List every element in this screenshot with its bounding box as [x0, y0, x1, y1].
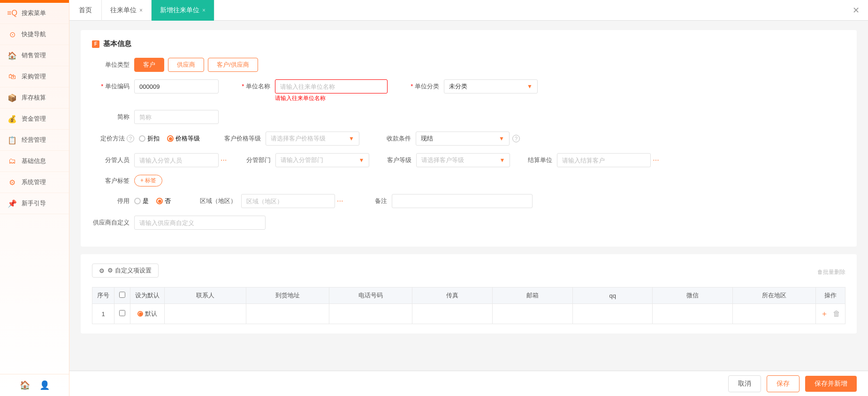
sidebar-item-guide[interactable]: 📌 新手引导	[0, 193, 69, 214]
unit-type-customer-btn[interactable]: 客户	[134, 58, 164, 72]
manager-input[interactable]	[134, 153, 219, 167]
sidebar-item-system[interactable]: ⚙ 系统管理	[0, 172, 69, 193]
section-title: F 基本信息	[92, 39, 845, 48]
row-checkbox[interactable]	[119, 310, 125, 316]
home-bottom-icon[interactable]: 🏠	[20, 380, 30, 390]
radio-discount-circle	[139, 135, 145, 142]
tab-new-partner[interactable]: 新增往来单位 ×	[152, 0, 214, 21]
row-qq-cell	[573, 304, 653, 324]
row-qq-input[interactable]	[578, 307, 647, 321]
manager-more-btn[interactable]: ···	[219, 156, 228, 164]
short-name-input[interactable]	[134, 110, 219, 124]
payment-terms-help-icon[interactable]: ?	[512, 135, 520, 142]
row-default-radio[interactable]: 默认	[135, 310, 160, 318]
customer-tag-label: 客户标签	[92, 177, 134, 185]
department-select[interactable]: 请输入分管部门 ▼	[275, 153, 369, 167]
tab-partners-close[interactable]: ×	[139, 7, 143, 14]
settlement-unit-input[interactable]	[557, 153, 651, 167]
row-contact-cell	[165, 304, 246, 324]
disabled-label: 停用	[92, 197, 134, 205]
radio-discount[interactable]: 折扣	[139, 134, 160, 143]
tab-partners[interactable]: 往来单位 ×	[102, 0, 152, 21]
region-label: 区域（地区）	[190, 197, 241, 205]
code-name-category-row: 单位编码 单位名称 请输入往来单位名称 单位分类	[92, 79, 845, 102]
unit-category-select[interactable]: 未分类 ▼	[444, 79, 538, 93]
main-area: 首页 往来单位 × 新增往来单位 × ✕ F 基本信息 单位类型 客户 供应商	[69, 0, 868, 396]
unit-type-supplier-btn[interactable]: 供应商	[168, 58, 204, 72]
radio-price-level-circle	[167, 135, 174, 142]
radio-disabled-yes[interactable]: 是	[134, 197, 149, 205]
customer-level-label: 客户等级	[379, 156, 416, 164]
tab-bar-close-button[interactable]: ✕	[844, 5, 868, 16]
row-address-input[interactable]	[251, 307, 324, 321]
payment-terms-select[interactable]: 现结 ▼	[416, 132, 510, 146]
row-region-input[interactable]	[738, 307, 811, 321]
row-wechat-input[interactable]	[657, 307, 728, 321]
custom-settings-button[interactable]: ⚙ ⚙ 自定义项设置	[92, 264, 159, 278]
row-contact-input[interactable]	[169, 307, 241, 321]
guide-icon: 📌	[8, 199, 17, 208]
settlement-unit-label: 结算单位	[519, 156, 557, 164]
cancel-button[interactable]: 取消	[728, 375, 761, 392]
batch-delete-icon: 🗑	[817, 269, 823, 275]
customer-level-select[interactable]: 请选择客户等级 ▼	[416, 153, 510, 167]
section-title-text: 基本信息	[103, 39, 131, 48]
batch-delete-button[interactable]: 🗑 批量删除	[817, 268, 845, 276]
remark-input[interactable]	[392, 194, 533, 208]
save-new-button[interactable]: 保存并新增	[805, 376, 857, 392]
add-tag-button[interactable]: + 标签	[134, 175, 162, 186]
contacts-table: 序号 设为默认 联系人 到货地址 电话号码 传真 邮箱 qq 微信 所在地区 操…	[92, 287, 845, 324]
remark-label: 备注	[364, 197, 392, 205]
customer-level-placeholder: 请选择客户等级	[421, 156, 464, 164]
select-all-checkbox[interactable]	[119, 292, 125, 298]
disabled-region-row: 停用 是 否 区域（地区）	[92, 194, 845, 208]
row-add-icon[interactable]: ＋	[821, 310, 828, 318]
sidebar-item-basicinfo[interactable]: 🗂 基础信息	[0, 151, 69, 172]
unit-type-both-btn[interactable]: 客户/供应商	[208, 58, 258, 72]
supplier-custom-input[interactable]	[134, 216, 266, 230]
unit-name-input[interactable]	[275, 79, 388, 93]
table-header: 序号 设为默认 联系人 到货地址 电话号码 传真 邮箱 qq 微信 所在地区 操…	[92, 287, 845, 304]
department-label: 分管部门	[238, 156, 275, 164]
customer-price-level-placeholder: 请选择客户价格等级	[271, 134, 326, 143]
customer-price-level-label: 客户价格等级	[214, 134, 266, 143]
sidebar-item-operations[interactable]: 📋 经营管理	[0, 130, 69, 151]
settlement-unit-more-btn[interactable]: ···	[651, 156, 661, 164]
col-contact: 联系人	[165, 287, 246, 304]
col-address: 到货地址	[246, 287, 329, 304]
sidebar-item-purchase[interactable]: 🛍 采购管理	[0, 66, 69, 87]
tab-bar: 首页 往来单位 × 新增往来单位 × ✕	[69, 0, 868, 21]
sidebar-item-quicknav[interactable]: ⊙ 快捷导航	[0, 24, 69, 45]
sidebar-item-finance[interactable]: 💰 资金管理	[0, 109, 69, 130]
manager-row: 分管人员 ··· 分管部门 请输入分管部门 ▼ 客户等级 请选择客户等级	[92, 153, 845, 167]
tab-new-partner-close[interactable]: ×	[202, 7, 206, 14]
tab-home[interactable]: 首页	[69, 0, 102, 21]
row-email-input[interactable]	[497, 307, 568, 321]
sidebar-item-sales[interactable]: 🏠 销售管理	[0, 45, 69, 66]
row-wechat-cell	[653, 304, 733, 324]
pricing-help-icon[interactable]: ?	[127, 135, 134, 142]
row-phone-input[interactable]	[334, 307, 407, 321]
unit-code-input[interactable]	[134, 79, 219, 93]
manager-label: 分管人员	[92, 156, 134, 164]
user-bottom-icon[interactable]: 👤	[39, 380, 50, 390]
sidebar-item-inventory[interactable]: 📦 库存核算	[0, 87, 69, 109]
region-input[interactable]	[241, 194, 335, 208]
row-fax-input[interactable]	[417, 307, 487, 321]
unit-name-label: 单位名称	[233, 82, 275, 91]
row-delete-icon[interactable]: 🗑	[833, 310, 840, 318]
basic-info-icon: 🗂	[8, 156, 17, 166]
radio-disabled-no[interactable]: 否	[156, 197, 171, 205]
radio-price-level[interactable]: 价格等级	[167, 134, 200, 143]
sidebar-bottom: 🏠 👤	[0, 374, 69, 396]
unit-type-label: 单位类型	[92, 61, 134, 69]
save-button[interactable]: 保存	[767, 375, 799, 392]
pricing-row: 定价方法 ? 折扣 价格等级	[92, 132, 845, 146]
customer-price-level-select[interactable]: 请选择客户价格等级 ▼	[266, 132, 359, 146]
custom-settings-label: ⚙ 自定义项设置	[107, 266, 152, 275]
region-more-btn[interactable]: ···	[335, 197, 345, 205]
sidebar-item-search[interactable]: ≡Q 搜索菜单	[0, 3, 69, 24]
row-email-cell	[493, 304, 573, 324]
row-phone-cell	[329, 304, 412, 324]
department-arrow: ▼	[358, 157, 364, 163]
